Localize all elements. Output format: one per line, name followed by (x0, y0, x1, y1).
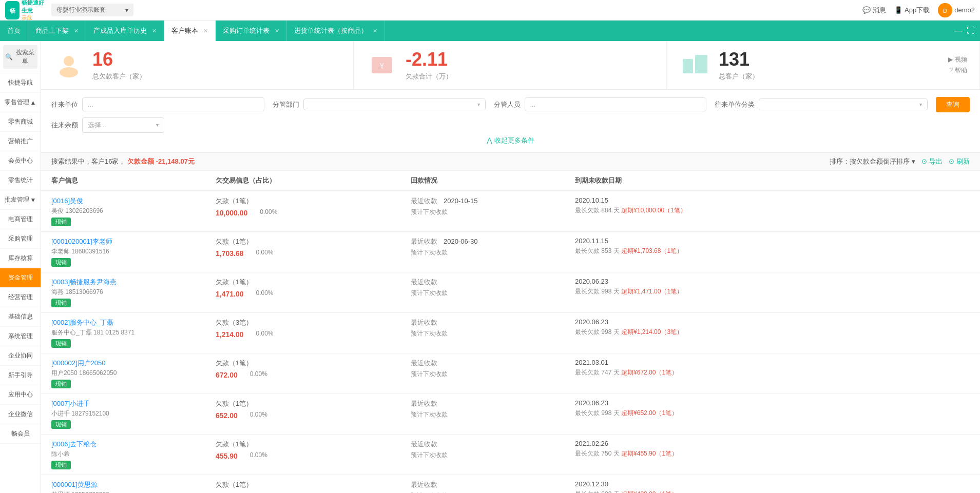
recovery-row-2: 最近收款 (411, 278, 575, 287)
overdue-link-0[interactable]: 超期¥10,000.00（1笔） (621, 207, 686, 214)
sidebar-item-inventory[interactable]: 库存核算 (0, 249, 41, 268)
customer-name-2[interactable]: [0003]畅捷服务尹海燕 (51, 278, 216, 287)
due-date-5: 2020.06.23 (575, 399, 970, 407)
customer-name-0[interactable]: [0016]吴俊 (51, 196, 216, 206)
search-button[interactable]: 查询 (936, 97, 970, 112)
tab-import-stats[interactable]: 进货单统计表（按商品） ✕ (287, 21, 385, 41)
recovery-next-5: 预计下次收款 (411, 410, 575, 419)
due-info-1: 2020.11.15 最长欠款 853 天 超期¥1,703.68（1笔） (575, 237, 970, 255)
debt-label-3: 欠款（3笔） (216, 318, 411, 327)
sidebar-item-marketing[interactable]: 营销推广 (0, 132, 41, 151)
tab-production-history[interactable]: 产成品入库单历史 ✕ (86, 21, 164, 41)
sidebar-item-retail-stats[interactable]: 零售统计 (0, 171, 41, 190)
debt-amount-0: 10,000.00 (216, 209, 247, 217)
sidebar-item-capital-mgmt[interactable]: 资金管理 (0, 268, 41, 288)
sidebar-item-retail-mall[interactable]: 零售商城 (0, 112, 41, 132)
filter-balance: 往来余额 选择... ▾ (51, 117, 970, 133)
recovery-row-4: 最近收款 (411, 359, 575, 368)
overdue-link-4[interactable]: 超期¥672.00（1笔） (621, 369, 678, 376)
tab-minimize-button[interactable]: — (954, 26, 963, 35)
customer-contact-0: 吴俊 13026203696 (51, 207, 216, 215)
person-input[interactable]: ... (525, 97, 707, 111)
customer-name-5[interactable]: [0007]小进千 (51, 399, 216, 408)
unit-category-select[interactable]: ▾ (759, 98, 928, 110)
customer-name-6[interactable]: [0006]去下粮仓 (51, 440, 216, 449)
recovery-info-7: 最近收款 预计下次收款 (411, 480, 575, 493)
recovery-next-1: 预计下次收款 (411, 248, 575, 257)
tab-close-product-shelf[interactable]: ✕ (74, 28, 79, 34)
due-days-3: 最长欠款 998 天 超期¥1,214.00（3笔） (575, 328, 970, 337)
tab-close-import-stats[interactable]: ✕ (373, 28, 377, 34)
refresh-button[interactable]: ⊙ 刷新 (949, 157, 970, 166)
tab-close-production-history[interactable]: ✕ (152, 28, 157, 34)
sidebar-item-ecommerce[interactable]: 电商管理 (0, 210, 41, 229)
tab-customer-account[interactable]: 客户账本 ✕ (164, 21, 216, 41)
sidebar-item-retail-mgmt[interactable]: 零售管理 ▲ (0, 93, 41, 112)
department-select[interactable]: ▾ (303, 98, 486, 110)
overdue-link-5[interactable]: 超期¥652.00（1笔） (621, 409, 678, 417)
export-button[interactable]: ⊙ 导出 (921, 157, 943, 166)
sidebar-item-enterprise-wechat[interactable]: 企业微信 (0, 405, 41, 424)
tab-bar-actions: — ⛶ (954, 26, 980, 35)
tab-home[interactable]: 首页 (0, 21, 28, 41)
tab-product-shelf[interactable]: 商品上下架 ✕ (28, 21, 86, 41)
overdue-link-3[interactable]: 超期¥1,214.00（3笔） (621, 328, 683, 336)
overdue-link-6[interactable]: 超期¥455.90（1笔） (621, 450, 678, 457)
overdue-link-7[interactable]: 超期¥429.00（1笔） (621, 490, 678, 493)
tab-purchase-stats[interactable]: 采购订单统计表 ✕ (216, 21, 287, 41)
video-button[interactable]: ▶ 视频 (948, 55, 967, 64)
table-row: [0002]服务中心_丁磊 服务中心_丁磊 181 0125 8371 现销 欠… (41, 313, 980, 353)
debt-percent-5: 0.00% (250, 411, 267, 418)
recovery-row-3: 最近收款 (411, 318, 575, 327)
customer-name-7[interactable]: [000001]黄思源 (51, 480, 216, 489)
sidebar-item-app-center[interactable]: 应用中心 (0, 385, 41, 405)
results-info: 搜索结果中，客户16家， 欠款金额 -21,148.07元 (51, 157, 195, 166)
store-dropdown-icon: ▾ (125, 7, 128, 14)
customer-name-3[interactable]: [0002]服务中心_丁磊 (51, 318, 216, 327)
debt-info-5: 欠款（1笔） 652.00 0.00% (216, 399, 411, 420)
tab-close-customer-account[interactable]: ✕ (203, 28, 208, 34)
user-avatar-area[interactable]: D demo2 (938, 3, 975, 17)
sidebar-item-system-mgmt[interactable]: 系统管理 (0, 327, 41, 346)
due-date-2: 2020.06.23 (575, 278, 970, 285)
customer-tag-4: 现销 (51, 380, 71, 388)
debt-percent-0: 0.00% (260, 208, 277, 215)
customer-name-4[interactable]: [000002]用户2050 (51, 359, 216, 368)
filter-unit-category: 往来单位分类 ▾ (715, 98, 928, 110)
message-button[interactable]: 💬 消息 (862, 6, 886, 15)
top-bar: 畅 畅捷通好生意 示范 母婴行业演示账套 ▾ 💬 消息 📱 App下载 (0, 0, 980, 21)
sidebar-item-basic-info[interactable]: 基础信息 (0, 307, 41, 327)
recovery-info-1: 最近收款 2020-06-30 预计下次收款 (411, 237, 575, 257)
sidebar-item-member-center[interactable]: 会员中心 (0, 151, 41, 171)
balance-select[interactable]: 选择... ▾ (82, 117, 164, 133)
debt-label-5: 欠款（1笔） (216, 399, 411, 408)
recovery-next-4: 预计下次收款 (411, 370, 575, 379)
search-menu-button[interactable]: 🔍 搜索菜单 (3, 45, 37, 69)
tab-close-purchase-stats[interactable]: ✕ (275, 28, 279, 34)
debt-percent-3: 0.00% (256, 330, 274, 337)
sort-select[interactable]: 排序：按欠款金额倒序排序 ▾ (830, 157, 915, 166)
help-button[interactable]: ? 帮助 (949, 66, 967, 75)
customer-info-6: [0006]去下粮仓 陈小希 现销 (51, 440, 216, 469)
due-info-5: 2020.06.23 最长欠款 998 天 超期¥652.00（1笔） (575, 399, 970, 418)
app-name: 畅捷通好生意 (22, 0, 46, 14)
sidebar-item-enterprise-collab[interactable]: 企业协同 (0, 346, 41, 366)
overdue-link-1[interactable]: 超期¥1,703.68（1笔） (621, 247, 683, 254)
collapse-button[interactable]: ⋀ 收起更多条件 (51, 133, 970, 148)
sidebar-item-new-guide[interactable]: 新手引导 (0, 366, 41, 385)
due-info-6: 2021.02.26 最长欠款 750 天 超期¥455.90（1笔） (575, 440, 970, 458)
customer-name-1[interactable]: [0001020001]李老师 (51, 237, 216, 246)
tab-maximize-button[interactable]: ⛶ (967, 26, 975, 35)
debt-row-1: 1,703.68 0.00% (216, 247, 411, 258)
customer-contact-7: 黄思源 13552700226 (51, 490, 216, 493)
sidebar-item-business-mgmt[interactable]: 经营管理 (0, 288, 41, 307)
overdue-link-2[interactable]: 超期¥1,471.00（1笔） (621, 288, 683, 295)
sidebar-item-purchase-mgmt[interactable]: 采购管理 (0, 229, 41, 249)
app-download-button[interactable]: 📱 App下载 (894, 6, 930, 15)
from-unit-input[interactable]: ... (82, 97, 264, 111)
customer-tag-3: 现销 (51, 339, 71, 348)
sidebar-item-member-vip[interactable]: 畅会员 (0, 424, 41, 444)
sidebar-item-batch-mgmt[interactable]: 批发管理 ▼ (0, 190, 41, 210)
sidebar-item-quick-nav[interactable]: 快捷导航 (0, 73, 41, 93)
store-selector[interactable]: 母婴行业演示账套 ▾ (51, 4, 133, 16)
